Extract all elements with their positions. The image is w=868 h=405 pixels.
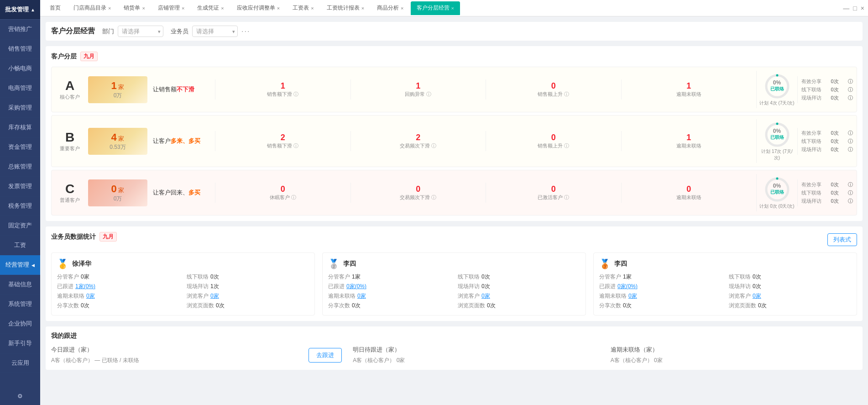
sales-select[interactable]: 请选择 xyxy=(192,26,238,37)
sales-filter: 业务员 请选择 ··· xyxy=(171,26,250,37)
tab-close-customer-tier[interactable]: × xyxy=(451,5,454,11)
sales-card-0-field-4[interactable]: 逾期未联络 0家 xyxy=(57,292,179,300)
tab-close-ar-ap[interactable]: × xyxy=(277,5,280,11)
sales-card-2-field-4[interactable]: 逾期未联络 0家 xyxy=(599,292,722,300)
sidebar-item-inventory[interactable]: 库存核算 xyxy=(0,118,40,137)
sales-card-2-name: 李四 xyxy=(614,260,627,268)
tier-a-name: 核心客户 xyxy=(60,94,80,100)
sidebar-item-guide[interactable]: 新手引导 xyxy=(0,334,40,353)
info-icon-c2: ⓘ xyxy=(564,195,569,200)
info-icon-br1: ⓘ xyxy=(848,138,853,145)
tab-customer-tier[interactable]: 客户分层经营 × xyxy=(411,1,460,15)
sales-label: 业务员 xyxy=(171,27,188,36)
tier-b-right-0: 有效分享 0次 ⓘ xyxy=(801,130,853,137)
sales-card-2-field-1: 线下联络 0次 xyxy=(729,273,851,281)
tier-b-name: 重要客户 xyxy=(60,146,80,151)
info-icon-cr0: ⓘ xyxy=(848,181,853,188)
dept-filter: 部门 请选择 xyxy=(102,26,163,37)
tier-a-right-stats: 有效分享 0次 ⓘ 线下联络 0次 ⓘ 现场拜访 0次 ⓘ xyxy=(797,76,857,103)
followup-overdue-sub: A客（核心客户） 0家 xyxy=(611,357,857,364)
tab-close-sales-order[interactable]: × xyxy=(142,5,145,11)
sidebar-item-collab[interactable]: 企业协同 xyxy=(0,314,40,334)
sidebar-item-base-info[interactable]: 基础信息 xyxy=(0,275,40,295)
page-title: 客户分层经营 xyxy=(51,26,95,36)
tier-c-stat-2: 0 已激活客户 ⓘ xyxy=(486,183,621,203)
sidebar-item-marketing[interactable]: 营销推广 xyxy=(0,20,40,39)
restore-icon[interactable]: □ xyxy=(853,5,857,12)
sidebar-item-sales[interactable]: 销售管理 xyxy=(0,39,40,59)
followup-tomorrow-col: 明日待跟进（家） A客（核心客户） 0家 xyxy=(353,346,599,364)
sidebar-item-ecommerce[interactable]: 电商管理 xyxy=(0,79,40,98)
goto-followup-button[interactable]: 去跟进 xyxy=(309,348,342,363)
followup-today-sub: A客（核心客户） — 已联络 / 未联络 xyxy=(51,357,298,364)
sidebar-item-management[interactable]: 经营管理 ◀ xyxy=(0,255,40,275)
sidebar-settings-button[interactable]: ⚙ xyxy=(0,387,40,405)
sidebar-item-system[interactable]: 系统管理 xyxy=(0,295,40,314)
sidebar-item-finance[interactable]: 资金管理 xyxy=(0,137,40,157)
medal-icon-0: 🥇 xyxy=(57,258,68,269)
sidebar-item-purchase[interactable]: 采购管理 xyxy=(0,98,40,118)
tab-ar-ap[interactable]: 应收应付调整单 × xyxy=(231,1,286,15)
sales-card-1: 🥈 李四 分管客户 1家 线下联络 0次 已跟进 xyxy=(322,252,586,316)
sidebar-item-invoice[interactable]: 发票管理 xyxy=(0,177,40,196)
sales-card-1-field-5[interactable]: 浏览客户 0家 xyxy=(458,292,580,300)
sidebar-item-ecommerce-small[interactable]: 小畅电商 xyxy=(0,59,40,79)
tab-store-products[interactable]: 门店商品目录 × xyxy=(68,1,117,15)
tab-close-store-products[interactable]: × xyxy=(108,5,111,11)
dept-select[interactable]: 请选择 xyxy=(118,26,163,37)
info-icon-b2: ⓘ xyxy=(564,143,569,148)
tab-payroll-table[interactable]: 工资表 × xyxy=(287,1,319,15)
info-icon-cr1: ⓘ xyxy=(848,189,853,196)
close-window-icon[interactable]: × xyxy=(861,5,864,12)
followup-grid: 今日跟进（家） A客（核心客户） — 已联络 / 未联络 去跟进 明日待跟进（家… xyxy=(51,346,857,364)
tab-home[interactable]: 首页 xyxy=(44,1,67,15)
sidebar-item-ledger[interactable]: 总账管理 xyxy=(0,157,40,177)
biz-stats-title: 业务员数据统计 九月 xyxy=(51,232,117,242)
tier-c-circle: 0% 已联络 计划 0次 (0天/次) xyxy=(756,174,797,211)
sales-card-2-header: 🥉 李四 xyxy=(599,258,851,269)
followup-title: 我的跟进 xyxy=(51,332,857,340)
sidebar-item-assets[interactable]: 固定资产 xyxy=(0,216,40,236)
sidebar-header: 批发管理 ▲ xyxy=(0,0,40,20)
tier-c-right-1: 线下联络 0次 ⓘ xyxy=(801,189,853,196)
sales-card-1-header: 🥈 李四 xyxy=(328,258,580,269)
tab-close-payroll-table[interactable]: × xyxy=(311,5,314,11)
sales-card-2-field-5[interactable]: 浏览客户 0家 xyxy=(729,292,851,300)
sidebar-title: 批发管理 xyxy=(5,5,29,14)
tier-b-amount: 0.53万 xyxy=(110,143,125,151)
tier-b-right-stats: 有效分享 0次 ⓘ 线下联络 0次 ⓘ 现场拜访 0次 ⓘ xyxy=(797,128,857,155)
tab-close-store-manage[interactable]: × xyxy=(182,5,184,11)
sales-card-1-name: 李四 xyxy=(343,260,356,268)
tier-b-right-1: 线下联络 0次 ⓘ xyxy=(801,138,853,145)
tab-voucher[interactable]: 生成凭证 × xyxy=(191,1,230,15)
list-view-button[interactable]: 列表式 xyxy=(827,233,857,246)
tab-product-analysis[interactable]: 商品分析 × xyxy=(371,1,409,15)
tab-bar: 首页 门店商品目录 × 销货单 × 店铺管理 × 生成凭证 × 应收应付调整单 … xyxy=(40,0,868,16)
tab-payroll-report[interactable]: 工资统计报表 × xyxy=(321,1,370,15)
sales-card-1-field-3: 现场拜访 0次 xyxy=(458,283,580,290)
followup-today-col: 今日跟进（家） A客（核心客户） — 已联络 / 未联络 xyxy=(51,346,298,364)
tab-store-manage[interactable]: 店铺管理 × xyxy=(152,1,190,15)
sales-card-1-field-4[interactable]: 逾期未联络 0家 xyxy=(328,292,450,300)
dept-select-wrap: 请选择 xyxy=(118,26,163,37)
tier-b-circle-pct: 0% 已联络 xyxy=(770,128,784,141)
sidebar-item-cloud[interactable]: 云应用 xyxy=(0,353,40,373)
more-options-button[interactable]: ··· xyxy=(241,27,250,36)
sales-card-2-field-2[interactable]: 已跟进 0家(0%) xyxy=(599,283,722,290)
tab-close-voucher[interactable]: × xyxy=(221,5,224,11)
tier-a-stat-2: 0 销售额上升 ⓘ xyxy=(486,79,621,100)
sales-card-1-field-2[interactable]: 已跟进 0家(0%) xyxy=(328,283,450,290)
sales-card-0-field-7: 浏览页面数 0次 xyxy=(187,302,309,310)
tab-close-product-analysis[interactable]: × xyxy=(401,5,403,11)
followup-overdue-col: 逾期未联络（家） A客（核心客户） 0家 xyxy=(611,346,857,364)
tier-a-amount: 0万 xyxy=(114,92,122,100)
tab-close-payroll-report[interactable]: × xyxy=(361,5,364,11)
tab-sales-order[interactable]: 销货单 × xyxy=(118,1,151,15)
sidebar-item-payroll[interactable]: 工资 xyxy=(0,236,40,255)
tier-c-stat-1: 0 交易频次下滑 ⓘ xyxy=(350,183,486,203)
sales-card-0-field-5[interactable]: 浏览客户 0家 xyxy=(187,292,309,300)
sidebar-item-tax[interactable]: 税务管理 xyxy=(0,196,40,216)
tier-a-circle-container: 0% 已联络 xyxy=(763,73,791,100)
minimize-icon[interactable]: — xyxy=(843,5,849,12)
sales-card-0-field-2[interactable]: 已跟进 1家(0%) xyxy=(57,283,179,290)
